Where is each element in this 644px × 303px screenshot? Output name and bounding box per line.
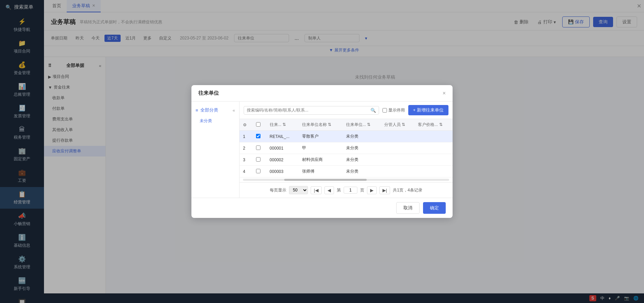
page-label: 第 <box>337 187 341 193</box>
prev-page-btn[interactable]: ◀ <box>324 186 334 194</box>
row-price <box>414 154 453 166</box>
total-info: 共1页，4条记录 <box>393 187 422 193</box>
modal-sidebar-all[interactable]: ≡ 全部分类 « <box>191 104 239 116</box>
modal-search-box[interactable]: 🔍 <box>244 106 379 115</box>
modal-partner: 往来单位 × ≡ 全部分类 « 未分类 <box>191 85 453 218</box>
row-manager <box>381 142 415 154</box>
col-code[interactable]: 往来... ⇅ <box>266 119 299 131</box>
row-manager <box>381 166 415 177</box>
row-checkbox[interactable] <box>253 142 266 154</box>
first-page-btn[interactable]: |◀ <box>311 186 321 194</box>
table-row[interactable]: 1 RETAIL_... 零散客户 未分类 <box>240 131 453 142</box>
row-checkbox[interactable] <box>253 154 266 166</box>
row-price <box>414 131 453 142</box>
row-name: 张师傅 <box>299 166 343 177</box>
row-name: 甲 <box>299 142 343 154</box>
modal-header: 往来单位 × <box>191 85 453 102</box>
cancel-button[interactable]: 取消 <box>396 202 420 214</box>
modal-footer: 取消 确定 <box>191 198 453 218</box>
show-disabled-label: 显示停用 <box>388 107 405 113</box>
col-name[interactable]: 往来单位名称 ⇅ <box>299 119 343 131</box>
row-num: 4 <box>240 166 253 177</box>
next-page-btn[interactable]: ▶ <box>367 186 377 194</box>
modal-close-button[interactable]: × <box>443 90 446 96</box>
per-page-label: 每页显示 <box>270 187 286 193</box>
per-page-select[interactable]: 50 100 200 <box>289 186 308 194</box>
row-name: 零散客户 <box>299 131 343 142</box>
main-area: 首页 业务草稿 ✕ ✕ 业务草稿 草稿转为正式单据时，不会执行满赠促销优惠 🗑 … <box>44 0 644 303</box>
row-num: 3 <box>240 154 253 166</box>
row-code: 000003 <box>266 166 299 177</box>
page-suffix: 页 <box>360 187 364 193</box>
row-code: 000001 <box>266 142 299 154</box>
row-category: 未分类 <box>343 131 381 142</box>
add-partner-button[interactable]: + 新增往来单位 <box>408 105 448 115</box>
modal-body: ≡ 全部分类 « 未分类 🔍 <box>191 102 453 198</box>
row-category: 未分类 <box>343 166 381 177</box>
show-disabled-checkbox[interactable]: 显示停用 <box>382 107 405 113</box>
row-checkbox[interactable] <box>253 131 266 142</box>
horizontal-scrollbar[interactable] <box>243 179 449 181</box>
disabled-checkbox[interactable] <box>382 108 387 113</box>
row-code: 000002 <box>266 154 299 166</box>
row-name: 材料供应商 <box>299 154 343 166</box>
row-price <box>414 166 453 177</box>
all-category-label: 全部分类 <box>200 107 218 113</box>
modal-title: 往来单位 <box>198 90 219 96</box>
last-page-btn[interactable]: ▶| <box>379 186 390 194</box>
modal-overlay: 往来单位 × ≡ 全部分类 « 未分类 <box>44 0 644 303</box>
scroll-thumb[interactable] <box>284 179 367 181</box>
modal-sidebar: ≡ 全部分类 « 未分类 <box>191 102 240 198</box>
grid-icon: ≡ <box>196 108 198 113</box>
row-price <box>414 142 453 154</box>
col-category[interactable]: 往来单位... ⇅ <box>343 119 381 131</box>
modal-search-input[interactable] <box>247 108 368 113</box>
table-row[interactable]: 3 000002 材料供应商 未分类 <box>240 154 453 166</box>
col-settings[interactable]: ⚙ <box>240 119 253 131</box>
modal-content: 🔍 显示停用 + 新增往来单位 ⚙ <box>240 102 453 198</box>
row-num: 2 <box>240 142 253 154</box>
search-icon: 🔍 <box>370 108 376 113</box>
row-category: 未分类 <box>343 154 381 166</box>
modal-sidebar-uncategorized[interactable]: 未分类 <box>191 116 239 126</box>
modal-toolbar: 🔍 显示停用 + 新增往来单位 <box>240 102 453 119</box>
row-manager <box>381 154 415 166</box>
confirm-button[interactable]: 确定 <box>423 202 446 214</box>
modal-sidebar-collapse[interactable]: « <box>233 108 235 113</box>
col-price[interactable]: 客户价格... ⇅ <box>414 119 453 131</box>
table-row[interactable]: 4 000003 张师傅 未分类 <box>240 166 453 177</box>
table-row[interactable]: 2 000001 甲 未分类 <box>240 142 453 154</box>
row-category: 未分类 <box>343 142 381 154</box>
modal-pagination: 每页显示 50 100 200 |◀ ◀ 第 页 ▶ ▶| 共1页，4 <box>240 182 453 198</box>
col-checkbox[interactable] <box>253 119 266 131</box>
select-all-checkbox[interactable] <box>256 122 260 127</box>
modal-table: ⚙ 往来... ⇅ 往来单位名称 ⇅ 往来单位... ⇅ 分管人员 ⇅ 客户价格… <box>240 119 453 177</box>
row-manager <box>381 131 415 142</box>
row-num: 1 <box>240 131 253 142</box>
col-manager[interactable]: 分管人员 ⇅ <box>381 119 415 131</box>
row-code: RETAIL_... <box>266 131 299 142</box>
page-input[interactable] <box>344 187 357 194</box>
row-checkbox[interactable] <box>253 166 266 177</box>
